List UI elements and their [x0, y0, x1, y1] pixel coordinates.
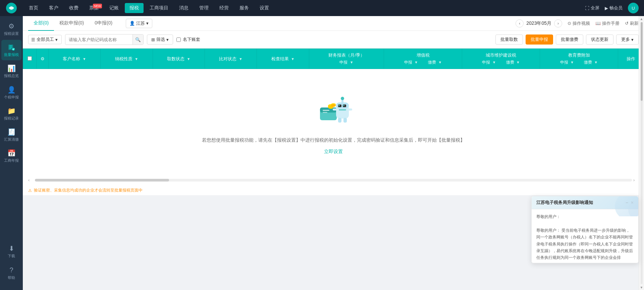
scrollbar-thumb	[35, 179, 169, 182]
notification-minimize-btn[interactable]: −	[626, 200, 628, 205]
new-badge: NEW	[93, 4, 102, 8]
refresh-btn[interactable]: ↺ 刷新	[625, 20, 639, 26]
th-tax-type: 纳税性质 ▼	[101, 49, 153, 69]
tab-tax-declaration[interactable]: 税款申报(0)	[54, 16, 89, 31]
filter-button[interactable]: ⊞ 筛选 ▾	[147, 34, 173, 45]
staff-selector[interactable]: ☰ 全部员工 ▾	[28, 35, 62, 44]
video-icon: ⊙	[568, 21, 571, 26]
operation-video-link[interactable]: ⊙ 操作视频	[568, 20, 590, 26]
sidebar-item-annual-report[interactable]: 📅 工商年报	[1, 146, 21, 166]
robot-illustration	[313, 89, 354, 129]
svg-rect-28	[343, 118, 347, 123]
scroll-down-btn[interactable]: ▼	[639, 285, 644, 290]
nav-tax[interactable]: 报税	[125, 3, 144, 13]
fetch-status-filter-icon[interactable]: ▼	[187, 57, 191, 61]
nav-operation[interactable]: 经营	[215, 3, 233, 13]
sidebar-item-help[interactable]: ? 帮助	[1, 263, 21, 283]
sidebar-item-tax-records[interactable]: 📁 报税记录	[1, 103, 21, 124]
sidebar-label-tax-summary: 报税总览	[4, 74, 19, 78]
check-filter-icon[interactable]: ▼	[291, 57, 294, 61]
sidebar-item-download[interactable]: ⬇ 下载	[1, 241, 21, 262]
city-pay-filter[interactable]: ▼	[516, 60, 520, 64]
nav-home[interactable]: 首页	[24, 3, 43, 13]
setup-link[interactable]: 立即设置	[324, 149, 343, 155]
th-edu: 教育费附加 申报 ▼ 缴费 ▼	[540, 49, 618, 69]
notification-text: 尊敬的用户：	[536, 213, 634, 220]
region-label: 江苏	[136, 20, 145, 26]
sidebar-item-tax-summary[interactable]: 📊 报税总览	[1, 61, 21, 81]
svg-rect-22	[339, 109, 346, 111]
vat-pay-filter[interactable]: ▼	[438, 60, 442, 64]
th-customer: 客户名称 申报 ▼	[49, 49, 101, 69]
top-navigation: 首页 客户 收费 票据 NEW 记账 报税 工商项目 消息 管理 经营 服务 设…	[0, 0, 644, 16]
operation-manual-link[interactable]: 📖 操作手册	[595, 20, 620, 26]
nav-message[interactable]: 消息	[174, 3, 193, 13]
search-button[interactable]: 🔍	[132, 34, 143, 45]
search-input[interactable]	[65, 35, 132, 44]
th-gear[interactable]: ⚙	[37, 49, 49, 69]
compare-filter-icon[interactable]: ▼	[239, 57, 243, 61]
nav-manage[interactable]: 管理	[195, 3, 213, 13]
download-icon: ⬇	[7, 244, 15, 252]
tab-all[interactable]: 全部(0)	[28, 16, 54, 31]
sidebar-item-batch-tax[interactable]: 批量报税	[1, 40, 21, 60]
nav-biz[interactable]: 工商项目	[145, 3, 173, 13]
tab-all-count: 0	[45, 20, 47, 25]
horizontal-scrollbar[interactable]	[35, 179, 632, 182]
month-navigation: ‹ 2023年05月 ›	[516, 19, 562, 27]
batch-declare-btn[interactable]: 批量申报	[526, 34, 553, 45]
vat-declare-filter[interactable]: ▼	[414, 60, 418, 64]
next-month-btn[interactable]: ›	[554, 19, 562, 27]
user-avatar[interactable]: U	[628, 3, 639, 13]
nav-billing[interactable]: 收费	[64, 3, 83, 13]
sidebar-item-tax-settings[interactable]: ⚙ 报税设置	[1, 19, 21, 39]
fullscreen-btn[interactable]: ⛶ 全屏	[585, 5, 599, 11]
edu-declare-filter[interactable]: ▼	[570, 60, 574, 64]
scroll-right-btn[interactable]: ›	[633, 177, 639, 183]
customer-sort-icon[interactable]: ▼	[83, 57, 86, 61]
book-icon: 📖	[595, 21, 601, 26]
tab-declare-count: 0	[80, 20, 83, 25]
edu-pay-filter[interactable]: ▼	[594, 60, 598, 64]
member-btn[interactable]: ▶ 畅会员	[605, 5, 623, 11]
sidebar-label-annual-report: 工商年报	[4, 158, 19, 163]
tab-zero-declaration[interactable]: 0申报(0)	[89, 16, 118, 31]
batch-tax-icon	[7, 43, 15, 51]
tax-records-icon: 📁	[7, 107, 15, 115]
nav-settings[interactable]: 设置	[255, 3, 274, 13]
notification-popup: 江苏电子税务局升级影响通知 − × 尊敬的用户： 尊敬的用户： 受当前电子税务局…	[531, 196, 639, 263]
name-accounts-input[interactable]	[176, 38, 181, 42]
city-declare-filter[interactable]: ▼	[492, 60, 496, 64]
toolbar-right: 批量取数 批量申报 批量缴费 状态更新 更多 ▾	[495, 34, 639, 45]
batch-fetch-btn[interactable]: 批量取数	[495, 34, 523, 45]
app-logo[interactable]	[5, 2, 17, 14]
more-btn[interactable]: 更多 ▾	[616, 34, 639, 45]
svg-rect-27	[338, 118, 341, 123]
name-accounts-checkbox[interactable]: 名下账套	[176, 37, 200, 43]
action-links: ⊙ 操作视频 📖 操作手册 ↺ 刷新	[568, 20, 639, 26]
scroll-up-btn[interactable]: ▲	[639, 16, 644, 21]
nav-customer[interactable]: 客户	[44, 3, 63, 13]
bottom-warning: ⚠ 验证账密、采集信息均成功的企业才会流转至批量报税页面中	[23, 186, 644, 195]
nav-service[interactable]: 服务	[235, 3, 254, 13]
scroll-left-btn[interactable]: ‹	[28, 177, 34, 183]
tax-type-filter-icon[interactable]: ▼	[135, 57, 138, 61]
prev-month-btn[interactable]: ‹	[516, 19, 524, 27]
sidebar-item-personal-tax[interactable]: 👤 个税申报	[1, 82, 21, 103]
batch-pay-btn[interactable]: 批量缴费	[556, 34, 583, 45]
filter-icon: ⊞	[151, 37, 155, 42]
financial-filter-icon[interactable]: ▼	[350, 60, 354, 64]
status-update-btn[interactable]: 状态更新	[586, 34, 613, 45]
fullscreen-icon: ⛶	[585, 6, 589, 11]
th-fetch-status: 取数状态 ▼	[153, 49, 205, 69]
th-check-result: 检查结果 ▼	[257, 49, 309, 69]
notification-close-btn[interactable]: ×	[631, 200, 634, 205]
nav-accounting[interactable]: 记账	[105, 3, 123, 13]
sidebar-item-settlement[interactable]: 🧾 汇算清缴	[1, 125, 21, 145]
vertical-scrollbar-thumb	[641, 22, 643, 101]
tax-summary-icon: 📊	[7, 64, 15, 72]
region-selector[interactable]: 👤 江苏 ▾	[126, 19, 152, 28]
select-all-checkbox[interactable]	[28, 56, 32, 61]
nav-invoice[interactable]: 票据 NEW	[85, 3, 103, 13]
gear-icon: ⚙	[41, 56, 45, 61]
